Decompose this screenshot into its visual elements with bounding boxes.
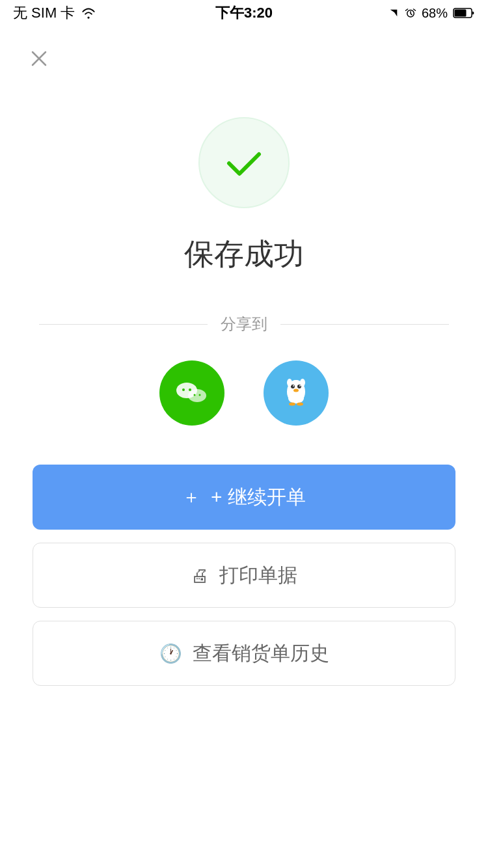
svg-point-18 <box>288 393 304 403</box>
wifi-icon <box>80 7 97 20</box>
wechat-share-button[interactable] <box>159 360 224 426</box>
svg-point-17 <box>293 389 299 392</box>
svg-point-20 <box>297 403 303 406</box>
status-left: 无 SIM 卡 <box>13 3 97 23</box>
svg-point-16 <box>299 385 301 387</box>
svg-point-10 <box>199 394 201 396</box>
svg-point-8 <box>189 388 191 391</box>
continue-label: + 继续开单 <box>211 484 306 511</box>
svg-point-9 <box>194 394 196 396</box>
success-title: 保存成功 <box>184 234 304 275</box>
close-icon <box>29 49 49 68</box>
history-label: 查看销货单历史 <box>193 640 329 667</box>
svg-point-21 <box>287 379 292 387</box>
share-divider: 分享到 <box>0 314 488 334</box>
checkmark-icon <box>221 140 267 185</box>
svg-point-22 <box>300 379 305 387</box>
svg-rect-2 <box>455 10 467 17</box>
battery-text: 68% <box>422 6 448 21</box>
print-button[interactable]: 🖨 打印单据 <box>33 543 455 608</box>
qq-share-button[interactable] <box>264 360 329 426</box>
no-sim-text: 无 SIM 卡 <box>13 3 75 23</box>
wechat-icon <box>172 373 211 413</box>
main-content: 保存成功 分享到 <box>0 78 488 868</box>
svg-point-7 <box>182 388 185 391</box>
alarm-icon <box>405 7 416 19</box>
divider-line-left <box>39 324 208 325</box>
history-button[interactable]: 🕐 查看销货单历史 <box>33 621 455 686</box>
continue-icon: ＋ <box>182 485 200 509</box>
share-icons <box>159 360 329 426</box>
svg-point-15 <box>293 385 294 387</box>
svg-point-6 <box>188 389 206 402</box>
share-label: 分享到 <box>221 314 267 334</box>
svg-point-19 <box>289 403 295 406</box>
close-button[interactable] <box>20 39 59 78</box>
location-icon <box>388 7 400 19</box>
history-icon: 🕐 <box>159 643 182 664</box>
status-time: 下午3:20 <box>215 3 273 23</box>
divider-line-right <box>280 324 449 325</box>
success-circle <box>198 117 290 208</box>
share-section: 分享到 <box>0 314 488 426</box>
battery-icon <box>453 7 475 19</box>
qq-icon <box>277 373 316 413</box>
print-icon: 🖨 <box>191 565 209 586</box>
print-label: 打印单据 <box>219 562 297 589</box>
actions: ＋ + 继续开单 🖨 打印单据 🕐 查看销货单历史 <box>0 465 488 686</box>
status-right: 68% <box>388 6 475 21</box>
status-bar: 无 SIM 卡 下午3:20 68% <box>0 0 488 26</box>
continue-order-button[interactable]: ＋ + 继续开单 <box>33 465 455 530</box>
